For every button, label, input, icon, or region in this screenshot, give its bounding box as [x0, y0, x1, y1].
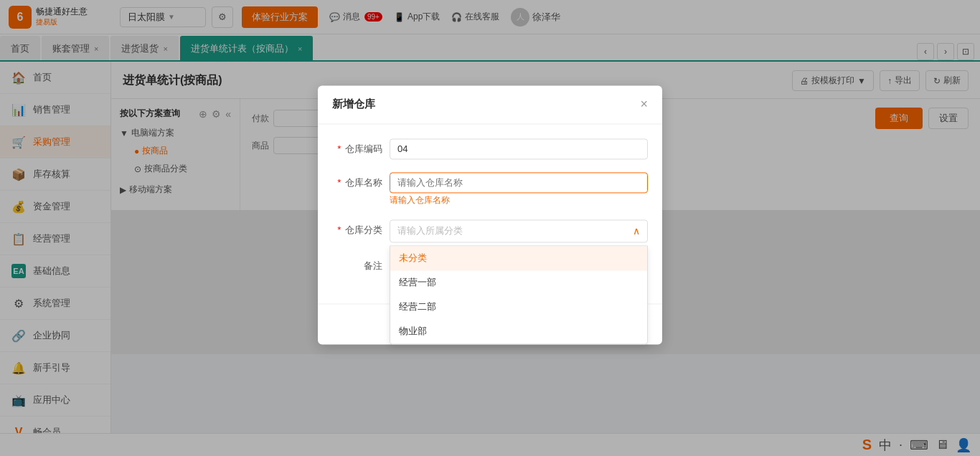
- modal-body: * 仓库编码 * 仓库名称 请输入仓库名称 * 仓库分类: [318, 124, 662, 303]
- warehouse-note-label: 备注: [332, 255, 382, 272]
- category-dropdown-list: 未分类 经营一部 经营二部 物业部: [390, 245, 648, 344]
- dropdown-option-dept2[interactable]: 经营二部: [390, 295, 647, 319]
- warehouse-category-dropdown[interactable]: 请输入所属分类 ∧: [390, 219, 648, 242]
- warehouse-name-input[interactable]: [390, 172, 648, 193]
- warehouse-name-field: 请输入仓库名称: [390, 172, 648, 206]
- warehouse-category-field: 请输入所属分类 ∧ 未分类 经营一部 经营二部 物业部: [390, 219, 648, 242]
- modal-header: 新增仓库 ×: [318, 85, 662, 124]
- warehouse-category-label: * 仓库分类: [332, 219, 382, 237]
- warehouse-code-row: * 仓库编码: [332, 138, 648, 159]
- warehouse-code-input[interactable]: [390, 138, 648, 159]
- warehouse-name-row: * 仓库名称 请输入仓库名称: [332, 172, 648, 206]
- warehouse-category-placeholder: 请输入所属分类: [397, 224, 463, 237]
- warehouse-code-label: * 仓库编码: [332, 138, 382, 156]
- modal-title: 新增仓库: [332, 98, 375, 111]
- warehouse-name-error: 请输入仓库名称: [390, 194, 648, 206]
- warehouse-code-field: [390, 138, 648, 159]
- dropdown-arrow-up-icon: ∧: [633, 225, 640, 237]
- dropdown-option-dept1[interactable]: 经营一部: [390, 270, 647, 295]
- dropdown-option-uncategorized[interactable]: 未分类: [390, 246, 647, 270]
- modal-close-button[interactable]: ×: [640, 97, 648, 112]
- new-warehouse-modal: 新增仓库 × * 仓库编码 * 仓库名称 请输入仓库名称: [318, 85, 662, 344]
- dropdown-option-property[interactable]: 物业部: [390, 319, 647, 343]
- warehouse-name-label: * 仓库名称: [332, 172, 382, 189]
- warehouse-category-row: * 仓库分类 请输入所属分类 ∧ 未分类 经营一部 经营二部 物业部: [332, 219, 648, 242]
